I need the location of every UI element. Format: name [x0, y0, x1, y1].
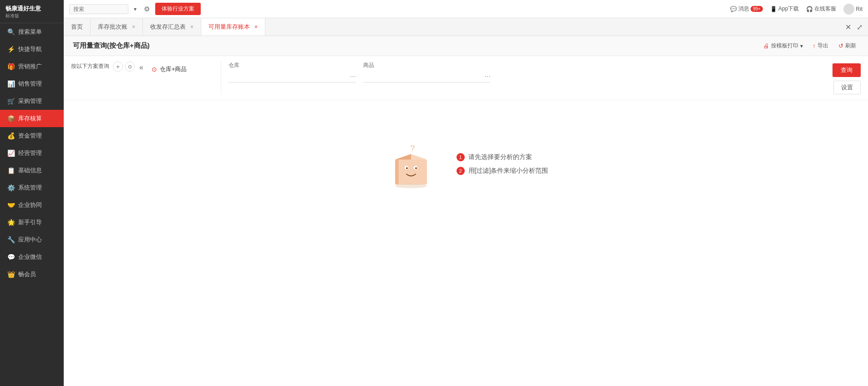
sidebar-item-4[interactable]: 🛒采购管理 — [0, 93, 64, 110]
query-btn[interactable]: 查询 — [832, 63, 861, 77]
filter-settings-btn[interactable]: ⊙ — [125, 62, 135, 72]
refresh-btn[interactable]: ↺ 刷新 — [836, 41, 859, 51]
tab-batch-ledger-close[interactable]: × — [132, 24, 135, 30]
print-dropdown-icon[interactable]: ▾ — [800, 43, 803, 49]
user-name: Rit — [856, 6, 863, 12]
filter-scheme-item[interactable]: ⊙ 仓库+商品 — [148, 63, 191, 75]
sidebar-icon-13: 💬 — [7, 253, 15, 261]
sidebar-item-9[interactable]: ⚙️系统管理 — [0, 179, 64, 196]
sidebar: 畅康通好生意 标准版 🔍搜索菜单⚡快捷导航🎁营销推广📊销售管理🛒采购管理📦库存核… — [0, 0, 64, 386]
topbar: ▾ ⚙ 体验行业方案 💬 消息 99+ 📱 App下载 🎧 在线客服 Rit — [64, 0, 868, 18]
tab-batch-ledger-label: 库存批次账 — [98, 23, 127, 31]
search-input[interactable] — [69, 4, 128, 14]
page-title: 可用量查询(按仓库+商品) — [73, 41, 150, 50]
sidebar-label-7: 经营管理 — [18, 149, 42, 157]
experience-btn[interactable]: 体验行业方案 — [155, 3, 201, 15]
empty-tip-2: 2 用[过滤]条件来缩小分析范围 — [457, 167, 548, 175]
print-label: 按模板打印 — [771, 42, 798, 50]
sidebar-label-4: 采购管理 — [18, 97, 42, 105]
export-icon: ↑ — [813, 42, 816, 49]
headset-icon: 🎧 — [806, 6, 813, 12]
tab-summary-close[interactable]: × — [190, 24, 193, 30]
app-subtitle: 标准版 — [5, 13, 58, 19]
tab-summary-label: 收发存汇总表 — [150, 23, 186, 31]
message-icon: 💬 — [730, 6, 737, 12]
empty-tip-1: 1 请先选择要分析的方案 — [457, 153, 548, 161]
tip-num-2: 2 — [457, 167, 465, 175]
sidebar-item-12[interactable]: 🔧应用中心 — [0, 231, 64, 248]
empty-state-inner: ? 1 请先选择要分析的方案 2 用[过滤]条件来缩小分析范围 — [384, 137, 548, 191]
filter-area: 按以下方案查询 + ⊙ « ⊙ 仓库+商品 仓库 — [64, 56, 868, 100]
sidebar-label-13: 企业微信 — [18, 253, 42, 261]
sidebar-label-3: 销售管理 — [18, 80, 42, 88]
sidebar-icon-10: 🤝 — [7, 201, 15, 209]
tab-available[interactable]: 可用量库存账本 × — [201, 18, 265, 36]
warehouse-dots[interactable]: ··· — [350, 72, 356, 81]
dropdown-icon[interactable]: ▾ — [132, 5, 138, 13]
sidebar-item-7[interactable]: 📈经营管理 — [0, 144, 64, 162]
goods-input[interactable] — [363, 73, 483, 80]
svg-point-9 — [395, 184, 427, 188]
sidebar-label-1: 快捷导航 — [18, 45, 42, 53]
sidebar-label-5: 库存核算 — [18, 114, 42, 123]
sidebar-item-0[interactable]: 🔍搜索菜单 — [0, 23, 64, 41]
tab-batch-ledger[interactable]: 库存批次账 × — [91, 18, 143, 36]
sidebar-icon-5: 📦 — [7, 115, 15, 122]
gear-icon[interactable]: ⚙ — [142, 4, 152, 14]
message-btn[interactable]: 💬 消息 99+ — [730, 5, 763, 13]
tab-expand-btn[interactable]: ⤢ — [855, 22, 864, 32]
sidebar-item-6[interactable]: 💰资金管理 — [0, 127, 64, 144]
app-download-btn[interactable]: 📱 App下载 — [770, 5, 799, 13]
filter-left: 按以下方案查询 + ⊙ « ⊙ 仓库+商品 — [71, 62, 221, 94]
tab-close-all-btn[interactable]: ✕ — [843, 22, 853, 32]
collapse-btn[interactable]: « — [138, 62, 144, 72]
sidebar-nav: 🔍搜索菜单⚡快捷导航🎁营销推广📊销售管理🛒采购管理📦库存核算💰资金管理📈经营管理… — [0, 23, 64, 386]
svg-point-7 — [415, 167, 417, 169]
tab-home[interactable]: 首页 — [64, 18, 91, 36]
sidebar-label-12: 应用中心 — [18, 236, 42, 244]
sidebar-item-1[interactable]: ⚡快捷导航 — [0, 41, 64, 58]
tabs-right: ✕ ⤢ — [843, 22, 868, 32]
sidebar-label-14: 畅会员 — [18, 270, 36, 278]
online-service-btn[interactable]: 🎧 在线客服 — [806, 5, 836, 13]
page-header-actions: 🖨 按模板打印 ▾ ↑ 导出 ↺ 刷新 — [761, 41, 859, 51]
sidebar-label-8: 基础信息 — [18, 166, 42, 175]
sidebar-item-3[interactable]: 📊销售管理 — [0, 75, 64, 93]
online-service-label: 在线客服 — [814, 5, 836, 13]
sidebar-label-11: 新手引导 — [18, 218, 42, 226]
svg-marker-1 — [395, 154, 411, 160]
user-area[interactable]: Rit — [843, 4, 863, 15]
sidebar-icon-12: 🔧 — [7, 236, 15, 243]
sidebar-icon-4: 🛒 — [7, 98, 15, 105]
warehouse-field: 仓库 ··· — [228, 62, 356, 82]
print-btn[interactable]: 🖨 按模板打印 ▾ — [761, 41, 806, 51]
sidebar-label-9: 系统管理 — [18, 184, 42, 192]
sidebar-item-11[interactable]: 🌟新手引导 — [0, 214, 64, 231]
sidebar-item-2[interactable]: 🎁营销推广 — [0, 58, 64, 75]
content-area: 可用量查询(按仓库+商品) 🖨 按模板打印 ▾ ↑ 导出 ↺ 刷新 — [64, 36, 868, 386]
tabs-bar: 首页 库存批次账 × 收发存汇总表 × 可用量库存账本 × ✕ ⤢ — [64, 18, 868, 36]
empty-tips: 1 请先选择要分析的方案 2 用[过滤]条件来缩小分析范围 — [457, 153, 548, 175]
warehouse-input[interactable] — [228, 73, 348, 80]
sidebar-item-14[interactable]: 👑畅会员 — [0, 266, 64, 283]
goods-dots[interactable]: ··· — [485, 72, 491, 81]
sidebar-label-0: 搜索菜单 — [18, 28, 42, 36]
message-badge: 99+ — [751, 6, 763, 12]
filter-add-btn[interactable]: + — [113, 62, 123, 72]
sidebar-icon-3: 📊 — [7, 80, 15, 87]
sidebar-item-10[interactable]: 🤝企业协同 — [0, 196, 64, 214]
tab-available-close[interactable]: × — [254, 24, 258, 30]
svg-text:?: ? — [410, 144, 415, 153]
sidebar-item-5[interactable]: 📦库存核算 — [0, 110, 64, 127]
sidebar-item-13[interactable]: 💬企业微信 — [0, 248, 64, 266]
export-btn[interactable]: ↑ 导出 — [810, 41, 832, 51]
filter-scheme: ⊙ 仓库+商品 — [148, 63, 191, 75]
print-icon: 🖨 — [763, 42, 769, 49]
sidebar-icon-11: 🌟 — [7, 219, 15, 226]
refresh-label: 刷新 — [845, 42, 856, 50]
sidebar-item-8[interactable]: 📋基础信息 — [0, 162, 64, 179]
avatar — [843, 4, 854, 15]
tab-summary[interactable]: 收发存汇总表 × — [143, 18, 201, 36]
setting-btn[interactable]: 设置 — [833, 81, 861, 94]
svg-marker-2 — [411, 154, 427, 160]
